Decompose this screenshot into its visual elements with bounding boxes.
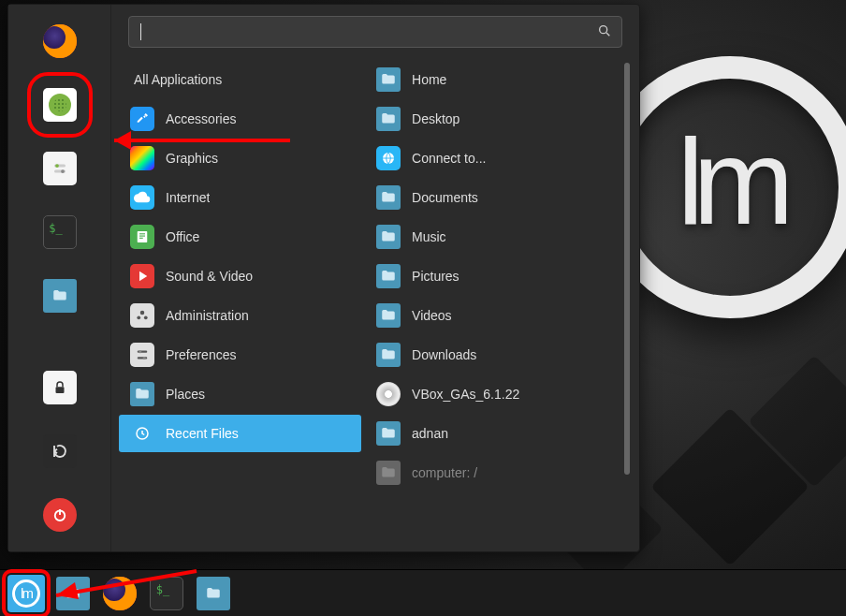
svg-point-19 — [144, 315, 148, 319]
result-computer-[interactable]: computer: / — [365, 454, 620, 491]
result-label: VBox_GAs_6.1.22 — [412, 387, 519, 402]
category-recent-files[interactable]: Recent Files — [119, 415, 361, 452]
category-office[interactable]: Office — [119, 218, 361, 256]
svg-point-22 — [139, 350, 141, 353]
svg-rect-8 — [55, 387, 64, 393]
result-adnan[interactable]: adnan — [365, 415, 620, 452]
svg-point-18 — [137, 315, 140, 319]
results-scrollbar[interactable] — [624, 63, 630, 475]
category-sound-video[interactable]: Sound & Video — [119, 257, 361, 295]
category-all-applications[interactable]: All Applications — [119, 61, 361, 98]
results-list: HomeDesktopConnect to...DocumentsMusicPi… — [365, 57, 620, 544]
svg-marker-1 — [114, 131, 131, 150]
category-label: Sound & Video — [166, 269, 253, 284]
files-icon[interactable] — [38, 274, 81, 317]
result-connect-to-[interactable]: Connect to... — [365, 139, 620, 177]
settings-icon[interactable] — [38, 147, 81, 190]
svg-rect-14 — [139, 233, 145, 234]
category-preferences[interactable]: Preferences — [119, 336, 361, 374]
result-videos[interactable]: Videos — [365, 297, 620, 334]
category-label: All Applications — [134, 72, 222, 87]
result-music[interactable]: Music — [365, 218, 620, 256]
result-label: Connect to... — [412, 151, 486, 166]
svg-line-12 — [606, 33, 609, 36]
svg-point-17 — [140, 311, 145, 315]
favorites-column: $_ — [8, 5, 111, 551]
search-input[interactable] — [141, 24, 597, 39]
result-label: Home — [412, 72, 446, 87]
result-label: computer: / — [412, 465, 477, 480]
category-label: Administration — [166, 308, 249, 323]
application-menu: $_ All ApplicationsAccessoriesGraphicsIn… — [7, 4, 640, 552]
result-label: Downloads — [412, 347, 476, 362]
category-administration[interactable]: Administration — [119, 297, 361, 334]
search-box[interactable] — [128, 16, 622, 48]
category-label: Recent Files — [166, 426, 239, 441]
category-label: Internet — [166, 190, 210, 205]
svg-point-11 — [600, 25, 607, 33]
result-home[interactable]: Home — [365, 61, 620, 98]
result-pictures[interactable]: Pictures — [365, 257, 620, 295]
result-vbox-gas-6-1-22[interactable]: VBox_GAs_6.1.22 — [365, 375, 620, 413]
svg-rect-15 — [139, 236, 145, 237]
result-label: Pictures — [412, 269, 459, 284]
category-label: Places — [166, 387, 205, 402]
category-label: Office — [166, 229, 199, 244]
logout-icon[interactable] — [38, 430, 81, 473]
result-documents[interactable]: Documents — [365, 179, 620, 216]
svg-rect-13 — [138, 231, 148, 242]
software-manager-icon[interactable] — [38, 83, 81, 126]
result-desktop[interactable]: Desktop — [365, 100, 620, 138]
svg-point-5 — [55, 164, 59, 168]
terminal-icon[interactable]: $_ — [38, 211, 81, 254]
power-icon[interactable] — [38, 493, 81, 536]
category-internet[interactable]: Internet — [119, 179, 361, 216]
svg-rect-16 — [139, 238, 143, 239]
result-label: Videos — [412, 308, 452, 323]
svg-point-23 — [143, 357, 146, 359]
category-label: Preferences — [166, 347, 236, 362]
lock-icon[interactable] — [38, 366, 81, 409]
result-label: Music — [412, 229, 446, 244]
category-places[interactable]: Places — [119, 375, 361, 413]
result-label: Desktop — [412, 111, 459, 126]
firefox-icon[interactable] — [38, 20, 81, 63]
result-label: Documents — [412, 190, 478, 205]
result-downloads[interactable]: Downloads — [365, 336, 620, 374]
svg-line-2 — [56, 571, 197, 595]
search-icon — [597, 23, 612, 41]
result-label: adnan — [412, 426, 448, 441]
svg-point-7 — [61, 169, 65, 173]
